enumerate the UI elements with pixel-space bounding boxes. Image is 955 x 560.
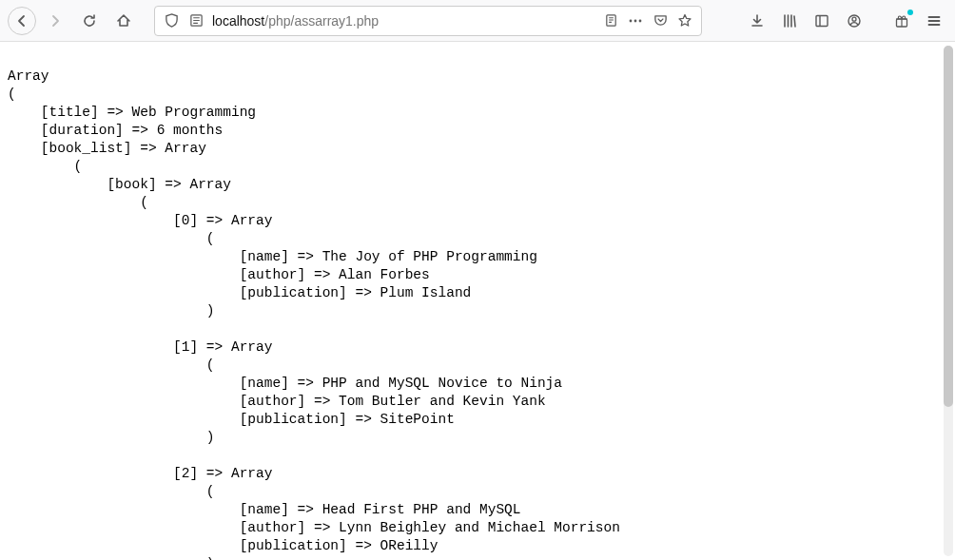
svg-point-3 (634, 19, 637, 22)
vertical-scrollbar[interactable] (944, 46, 953, 556)
bookmark-star-icon[interactable] (676, 12, 693, 29)
home-button[interactable] (108, 6, 139, 36)
downloads-icon[interactable] (744, 8, 770, 34)
back-button[interactable] (8, 7, 36, 35)
reader-mode-icon[interactable] (602, 12, 619, 29)
page-viewport: Array ( [title] => Web Programming [dura… (0, 42, 955, 560)
svg-point-7 (852, 17, 856, 21)
toolbar-right (744, 8, 947, 34)
php-print-r-output: Array ( [title] => Web Programming [dura… (0, 56, 955, 561)
svg-point-4 (639, 19, 642, 22)
browser-toolbar: localhost/php/assarray1.php (0, 0, 955, 42)
url-bar[interactable]: localhost/php/assarray1.php (154, 6, 702, 36)
page-actions-icon[interactable] (627, 12, 644, 29)
account-icon[interactable] (841, 8, 867, 34)
whatsnew-icon[interactable] (888, 8, 915, 34)
svg-rect-5 (816, 15, 828, 26)
library-icon[interactable] (776, 8, 803, 34)
app-menu-icon[interactable] (921, 8, 947, 34)
scrollbar-thumb[interactable] (944, 46, 953, 407)
shield-icon[interactable] (163, 12, 180, 29)
svg-point-2 (630, 19, 633, 22)
url-text: localhost/php/assarray1.php (212, 13, 594, 29)
sidebar-icon[interactable] (809, 8, 835, 34)
forward-button[interactable] (40, 6, 70, 36)
reload-button[interactable] (74, 6, 105, 36)
site-info-icon[interactable] (187, 12, 205, 29)
pocket-icon[interactable] (652, 12, 669, 29)
